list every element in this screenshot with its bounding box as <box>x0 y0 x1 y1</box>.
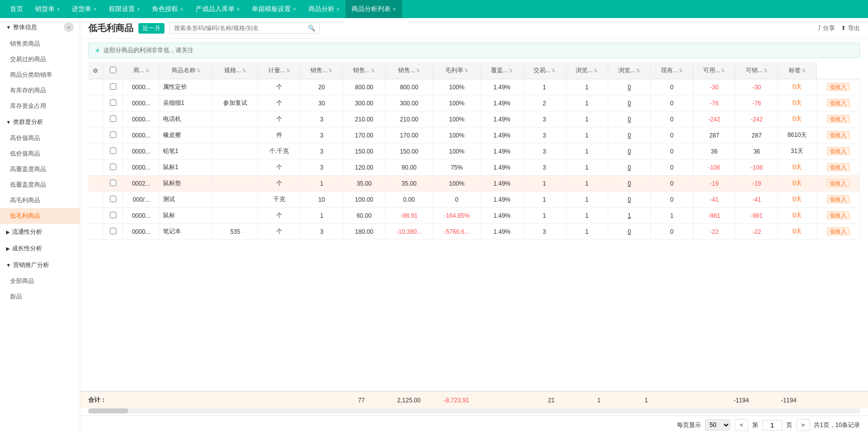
th-coverage[interactable]: 覆盖...⇅ <box>481 62 524 79</box>
browse1-link[interactable]: 0 <box>628 100 631 107</box>
th-margin[interactable]: 毛利率⇅ <box>433 62 481 79</box>
sidebar-item-sales-goods[interactable]: 销售类商品 <box>0 36 80 52</box>
th-transaction[interactable]: 交易...⇅ <box>523 62 566 79</box>
browse1-link[interactable]: 1 <box>628 212 631 219</box>
sidebar-section-cluster[interactable]: ▼ 类群度分析 <box>0 114 80 130</box>
td-checkbox[interactable] <box>103 160 123 176</box>
browse1-link[interactable]: 0 <box>628 196 631 203</box>
page-size-select[interactable]: 50 20 100 <box>705 419 731 430</box>
sidebar-item-new-goods[interactable]: 新品 <box>0 289 80 305</box>
search-box[interactable]: 🔍 <box>169 23 320 34</box>
td-browse1[interactable]: 0 <box>608 95 651 111</box>
nav-close-purchase[interactable]: × <box>93 6 96 12</box>
sort-margin[interactable]: ⇅ <box>464 68 468 73</box>
browse1-link[interactable]: 0 <box>628 116 631 123</box>
sort-current[interactable]: ⇅ <box>679 68 683 73</box>
sort-tag[interactable]: ⇅ <box>802 68 806 73</box>
td-checkbox[interactable] <box>103 111 123 127</box>
sort-browse2[interactable]: ⇅ <box>636 68 640 73</box>
td-checkbox[interactable] <box>103 176 123 192</box>
sort-spec[interactable]: ⇅ <box>242 68 246 73</box>
row-checkbox[interactable] <box>110 131 116 138</box>
th-available[interactable]: 可用...⇅ <box>693 62 736 79</box>
row-checkbox[interactable] <box>110 99 116 106</box>
sidebar-item-low-margin[interactable]: 低毛利商品 <box>0 208 80 224</box>
next-page-button[interactable]: ＞ <box>796 419 810 431</box>
sidebar-item-traded-goods[interactable]: 交易过的商品 <box>0 52 80 67</box>
td-browse1[interactable]: 1 <box>608 208 651 224</box>
th-tag[interactable]: 标签⇅ <box>778 62 816 79</box>
th-sellable[interactable]: 可销...⇅ <box>736 62 778 79</box>
th-browse1[interactable]: 浏览...⇅ <box>566 62 608 79</box>
sidebar-item-all-goods[interactable]: 全部商品 <box>0 273 80 289</box>
row-checkbox[interactable] <box>110 196 116 202</box>
sidebar-item-high-coverage[interactable]: 高覆盖度商品 <box>0 162 80 177</box>
td-browse1[interactable]: 0 <box>608 143 651 160</box>
nav-item-sales[interactable]: 销货单 × <box>29 0 66 18</box>
period-badge[interactable]: 近一月 <box>138 23 164 34</box>
row-checkbox[interactable] <box>110 164 116 170</box>
td-checkbox[interactable] <box>103 143 123 160</box>
scrollbar-thumb[interactable] <box>88 408 128 413</box>
collapse-overall[interactable]: « <box>64 22 74 32</box>
td-browse1[interactable]: 0 <box>608 192 651 208</box>
sidebar-section-marketing[interactable]: ▼ 营销推广分析 <box>0 257 80 273</box>
row-checkbox[interactable] <box>110 228 116 234</box>
nav-item-permissions[interactable]: 权限设置 × <box>103 0 146 18</box>
sort-code[interactable]: ⇅ <box>145 68 149 73</box>
th-sales-profit[interactable]: 销售...⇅ <box>385 62 433 79</box>
row-checkbox[interactable] <box>110 83 116 90</box>
select-all-checkbox[interactable] <box>110 67 116 73</box>
gear-icon[interactable]: ⚙ <box>93 67 98 74</box>
sidebar-item-low-value[interactable]: 低价值商品 <box>0 146 80 162</box>
th-gear[interactable]: ⚙ <box>88 62 103 79</box>
sort-sales-amount[interactable]: ⇅ <box>371 68 375 73</box>
nav-close-products[interactable]: × <box>237 6 240 12</box>
td-checkbox[interactable] <box>103 192 123 208</box>
sidebar-section-growth[interactable]: ▶ 成长性分析 <box>0 240 80 257</box>
sort-transaction[interactable]: ⇅ <box>552 68 556 73</box>
browse1-link[interactable]: 0 <box>628 84 631 91</box>
nav-close-sales[interactable]: × <box>57 6 60 12</box>
th-browse2[interactable]: 浏览...⇅ <box>608 62 651 79</box>
nav-item-analysis-list[interactable]: 商品分析列表 × <box>345 0 402 18</box>
td-browse1[interactable]: 0 <box>608 224 651 240</box>
row-checkbox[interactable] <box>110 180 116 186</box>
browse1-link[interactable]: 0 <box>628 132 631 139</box>
sidebar-item-high-value[interactable]: 高价值商品 <box>0 130 80 146</box>
nav-item-products[interactable]: 产成品入库单 × <box>190 0 246 18</box>
sidebar-item-category-rate[interactable]: 商品分类助销率 <box>0 67 80 83</box>
nav-item-templates[interactable]: 单据模板设置 × <box>246 0 302 18</box>
scrollbar-container[interactable] <box>88 408 860 413</box>
row-checkbox[interactable] <box>110 115 116 122</box>
sort-available[interactable]: ⇅ <box>721 68 725 73</box>
sidebar-item-stock-capital[interactable]: 库存资金占用 <box>0 98 80 114</box>
th-sales-amount[interactable]: 销售...⇅ <box>343 62 386 79</box>
td-browse1[interactable]: 0 <box>608 127 651 143</box>
th-name[interactable]: 商品名称⇅ <box>159 62 212 79</box>
td-browse1[interactable]: 0 <box>608 176 651 192</box>
search-input[interactable] <box>174 25 308 32</box>
nav-close-templates[interactable]: × <box>293 6 296 12</box>
nav-close-analysis-list[interactable]: × <box>393 6 396 12</box>
td-checkbox[interactable] <box>103 95 123 111</box>
row-checkbox[interactable] <box>110 212 116 218</box>
page-number-input[interactable] <box>762 420 782 430</box>
nav-close-roles[interactable]: × <box>180 6 183 12</box>
nav-close-analysis[interactable]: × <box>336 6 339 12</box>
nav-item-home[interactable]: 首页 <box>4 0 29 18</box>
sort-browse1[interactable]: ⇅ <box>594 68 598 73</box>
browse1-link[interactable]: 0 <box>628 228 631 235</box>
browse1-link[interactable]: 0 <box>628 148 631 155</box>
th-sales-qty[interactable]: 销售...⇅ <box>300 62 343 79</box>
sidebar-section-flow[interactable]: ▶ 流通性分析 <box>0 224 80 240</box>
th-unit[interactable]: 计量...⇅ <box>258 62 300 79</box>
export-button[interactable]: ⬆ 导出 <box>841 24 860 33</box>
share-button[interactable]: ⤴ 分享 <box>818 24 835 33</box>
sort-coverage[interactable]: ⇅ <box>509 68 513 73</box>
td-checkbox[interactable] <box>103 224 123 240</box>
td-checkbox[interactable] <box>103 127 123 143</box>
browse1-link[interactable]: 0 <box>628 164 631 171</box>
td-browse1[interactable]: 0 <box>608 79 651 95</box>
row-checkbox[interactable] <box>110 148 116 154</box>
